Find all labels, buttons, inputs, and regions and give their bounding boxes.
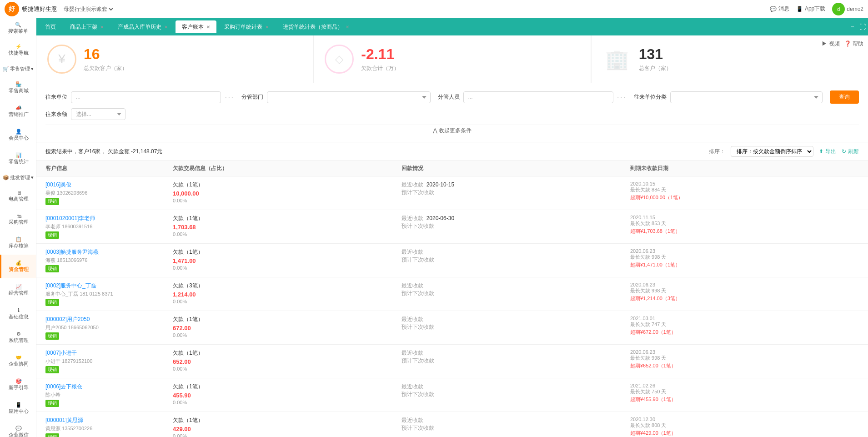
company-select[interactable]: 母婴行业演示账套 (62, 5, 115, 13)
user-icon: 👤 (3, 129, 34, 135)
tab-customer-account-close[interactable]: ✕ (206, 25, 210, 30)
sidebar-item-retail-mgmt[interactable]: 🛒 零售管理 ▾ (0, 62, 36, 76)
debt-amount-3[interactable]: 1,214.00 (173, 291, 401, 298)
sidebar-item-member-center[interactable]: 👤 会员中心 (0, 123, 36, 147)
user-profile[interactable]: d demo2 (832, 3, 863, 15)
overdue-link-3[interactable]: 超期¥1,214.00（3笔） (630, 296, 680, 301)
person-dots[interactable]: ··· (617, 92, 627, 102)
tab-product-history-close[interactable]: ✕ (164, 25, 168, 30)
dept-select[interactable] (267, 91, 430, 103)
customer-cell-2: [0003]畅捷服务尹海燕 海燕 18513066976 现销 (45, 248, 173, 272)
person-input[interactable] (463, 91, 613, 103)
balance-select[interactable]: 选择... (71, 108, 125, 120)
debt-cell-4: 欠款（1笔） 672.00 0.00% (173, 316, 401, 338)
export-button[interactable]: ⬆ 导出 (819, 148, 836, 156)
sidebar-item-ecommerce[interactable]: 🖥 电商管理 (0, 185, 36, 208)
content-area: 首页 商品上下架 ✕ 产成品入库单历史 ✕ 客户账本 ✕ 采购订单统计表 ✕ (36, 18, 868, 437)
unit-category-select[interactable] (670, 91, 823, 103)
sidebar-item-purchase-mgmt[interactable]: 🛍 采购管理 (0, 208, 36, 231)
result-info: 搜索结果中，客户16家， 欠款金额 -21,148.07元 (45, 148, 162, 156)
help-button[interactable]: ❓ 帮助 (844, 40, 863, 48)
tab-customer-account[interactable]: 客户账本 ✕ (176, 20, 216, 33)
tab-purchase-order[interactable]: 采购订单统计表 ✕ (218, 20, 275, 33)
from-unit-input[interactable] (71, 91, 221, 103)
sidebar-item-batch-mgmt[interactable]: 📦 批发管理 ▾ (0, 171, 36, 185)
table-row: [0002]服务中心_丁磊 服务中心_丁磊 181 0125 8371 现销 欠… (36, 277, 868, 311)
tab-inventory-stats[interactable]: 进货单统计表（按商品） ✕ (276, 20, 356, 33)
customer-tag-1: 现销 (45, 231, 59, 239)
sidebar-item-retail-stats[interactable]: 📊 零售统计 (0, 147, 36, 171)
collapse-bar[interactable]: ⋀ 收起更多条件 (45, 125, 859, 136)
sidebar-item-system[interactable]: ⚙ 系统管理 (0, 326, 36, 349)
sidebar-item-app-center[interactable]: 📱 应用中心 (0, 397, 36, 420)
debt-amount-5[interactable]: 652.00 (173, 358, 401, 365)
sidebar-item-enterprise-collab[interactable]: 🤝 企业协同 (0, 349, 36, 373)
filter-from-unit: 往来单位 ··· (45, 91, 234, 103)
overdue-link-4[interactable]: 超期¥672.00（1笔） (630, 329, 676, 335)
customer-name-4[interactable]: [000002]用户2050 (45, 316, 173, 323)
tab-maximize-button[interactable]: ⛶ (859, 23, 866, 30)
sidebar-item-enterprise-wechat[interactable]: 💬 企业微信 (0, 420, 36, 437)
sidebar-item-finance[interactable]: 💰 资金管理 (0, 255, 36, 278)
debt-amount-1[interactable]: 1,703.68 (173, 224, 401, 231)
sidebar-item-quick-nav[interactable]: ⚡ 快捷导航 (0, 38, 36, 62)
sort-select[interactable]: 排序：按欠款金额倒序排序 (731, 146, 813, 157)
sidebar-item-operations[interactable]: 📈 经营管理 (0, 278, 36, 302)
tab-inventory-stats-close[interactable]: ✕ (346, 25, 349, 30)
next-payment-4: 预计下次收款 (401, 323, 630, 331)
video-button[interactable]: ▶ 视频 (822, 40, 839, 48)
debt-amount-7[interactable]: 429.00 (173, 426, 401, 432)
chevron-down-icon: ▾ (31, 66, 34, 72)
col-header-customer: 客户信息 (45, 165, 173, 172)
balance-label: 往来余额 (45, 111, 67, 118)
customer-name-6[interactable]: [0006]去下粮仓 (45, 383, 173, 391)
dept-label: 分管部门 (241, 93, 263, 101)
stat-circle-3: 🏢 (602, 45, 632, 74)
tab-minimize-button[interactable]: － (849, 23, 856, 31)
sidebar-item-basic-info[interactable]: ℹ 基础信息 (0, 302, 36, 326)
customer-name-5[interactable]: [0007]小进干 (45, 349, 173, 357)
overdue-days-2: 最长欠款 998 天 (630, 254, 859, 261)
lightning-icon: ⚡ (3, 44, 34, 50)
sidebar-item-new-guide[interactable]: 🎯 新手引导 (0, 373, 36, 397)
overdue-link-6[interactable]: 超期¥455.90（1笔） (630, 397, 676, 402)
overdue-link-1[interactable]: 超期¥1,703.68（1笔） (630, 228, 680, 234)
refresh-icon: ↻ (842, 148, 846, 155)
overdue-link-2[interactable]: 超期¥1,471.00（1笔） (630, 262, 680, 267)
stat-value-amount: -2.11 (361, 46, 399, 63)
app-download-button[interactable]: 📱 App下载 (796, 5, 825, 13)
message-button[interactable]: 💬 消息 (770, 5, 789, 13)
debt-amount-2[interactable]: 1,471.00 (173, 257, 401, 264)
gear-icon: ⚙ (3, 331, 34, 337)
tab-product-status[interactable]: 商品上下架 ✕ (64, 20, 110, 33)
debt-amount-6[interactable]: 455.90 (173, 392, 401, 399)
debt-amount-0[interactable]: 10,000.00 (173, 190, 401, 197)
tab-home[interactable]: 首页 (39, 20, 62, 33)
sidebar-item-marketing[interactable]: 📣 营销推广 (0, 100, 36, 123)
from-unit-dots[interactable]: ··· (225, 92, 234, 102)
overdue-link-5[interactable]: 超期¥652.00（1笔） (630, 363, 676, 368)
tab-product-history[interactable]: 产成品入库单历史 ✕ (111, 20, 174, 33)
debt-amount-4[interactable]: 672.00 (173, 325, 401, 332)
customer-name-7[interactable]: [000001]黄思源 (45, 417, 173, 424)
tab-product-status-close[interactable]: ✕ (100, 25, 104, 30)
debt-count-2: 欠款（1笔） (173, 248, 401, 256)
refresh-button[interactable]: ↻ 刷新 (842, 148, 859, 156)
sidebar-item-retail-mall[interactable]: 🏪 零售商城 (0, 76, 36, 100)
overdue-link-7[interactable]: 超期¥429.00（1笔） (630, 430, 676, 436)
sidebar: 🔍 搜索菜单 ⚡ 快捷导航 🛒 零售管理 ▾ 🏪 零售商城 📣 营销推广 � (0, 18, 36, 437)
customer-name-0[interactable]: [0016]吴俊 (45, 181, 173, 189)
sidebar-item-search-menu[interactable]: 🔍 搜索菜单 (0, 18, 36, 38)
shop-icon: 🏪 (3, 81, 34, 87)
customer-name-3[interactable]: [0002]服务中心_丁磊 (45, 282, 173, 290)
customer-name-1[interactable]: [0001020001]李老师 (45, 215, 173, 222)
last-payment-4: 最近收款 (401, 316, 630, 323)
sidebar-item-inventory-check[interactable]: 📋 库存核算 (0, 231, 36, 255)
search-button[interactable]: 查询 (830, 90, 859, 104)
overdue-link-0[interactable]: 超期¥10,000.00（1笔） (630, 195, 683, 200)
customer-name-2[interactable]: [0003]畅捷服务尹海燕 (45, 248, 173, 256)
next-payment-2: 预计下次收款 (401, 256, 630, 264)
customer-contact-3: 服务中心_丁磊 181 0125 8371 (45, 291, 173, 297)
tab-purchase-order-close[interactable]: ✕ (265, 25, 269, 30)
trending-icon: 📈 (3, 284, 34, 290)
